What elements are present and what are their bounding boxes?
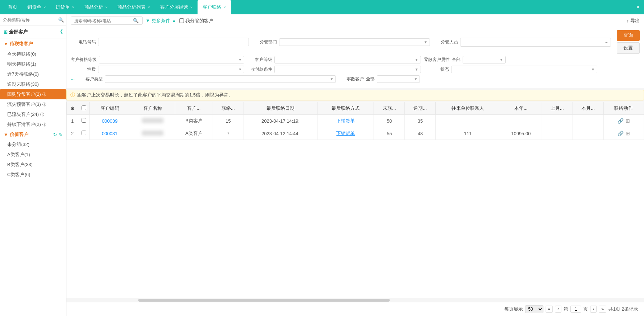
row-1-action-link-icon[interactable]: 🔗 (617, 118, 624, 124)
nature-label: 性质 (71, 66, 96, 72)
sidebar-item-today-pending[interactable]: 今天待联络(0) (0, 49, 66, 59)
nav-tab-customer-contact[interactable]: 客户联络 × (198, 0, 231, 14)
sidebar-item-repurchase-abnormal[interactable]: 回购异常客户(2) ⓘ (0, 89, 66, 99)
sidebar-search-input[interactable] (3, 18, 57, 23)
row-1-code[interactable]: 000039 (90, 115, 130, 127)
person-select[interactable]: ··· (460, 38, 611, 47)
export-button[interactable]: ↑ 导出 (627, 18, 640, 24)
close-customer-tier-tab-icon[interactable]: × (190, 5, 193, 9)
filter-cell-phone: 电话号码 (71, 38, 249, 46)
customer-table: ⚙ 客户编码 客户名称 客户... 联络... 最后联络日期 最后联络方式 未联… (66, 102, 644, 140)
status-select[interactable]: ▼ (451, 66, 597, 73)
row-2-year-amount: 10995.00 (500, 127, 542, 140)
row-2-name (130, 127, 175, 140)
sidebar-item-lost-preview[interactable]: 流失预警客户(3) ⓘ (0, 99, 66, 109)
table-row: 2 000031 A类客户 7 2023-04-12 14:44: 下销货单 5… (67, 127, 644, 140)
nav-tab-sales[interactable]: 销货单 × (22, 0, 51, 14)
sidebar-item-overdue-pending[interactable]: 逾期未联络(30) (0, 79, 66, 89)
all-customers-header: ⊞ 全部客户 《 (0, 26, 66, 38)
first-page-button[interactable]: « (546, 306, 553, 313)
nav-tab-customer-tier[interactable]: 客户分层经营 × (155, 0, 198, 14)
sidebar-collapse-button[interactable]: 《 (58, 29, 62, 35)
dept-select[interactable]: ▼ (279, 38, 430, 46)
nav-tab-product-analysis-list[interactable]: 商品分析列表 × (112, 0, 155, 14)
nav-tab-home[interactable]: 首页 (3, 0, 22, 14)
sidebar-item-continuous-drop[interactable]: 持续下滑客户(2) ⓘ (0, 119, 66, 129)
col-settings[interactable]: ⚙ (67, 102, 78, 115)
customer-level-label: 客户等级 (247, 57, 272, 63)
row-1-select[interactable] (82, 118, 86, 123)
sidebar: 🔍 ⊞ 全部客户 《 ▼ 待联络客户 今天待联络(0) 明天待联络(1) 近7天… (0, 14, 66, 316)
sidebar-item-c-class[interactable]: C类客户(6) (0, 170, 66, 180)
close-product-analysis-list-tab-icon[interactable]: × (148, 5, 150, 9)
filter-cell-retail-attr: 零散客户属性 全部 ▼ (424, 56, 597, 63)
close-sales-tab-icon[interactable]: × (43, 5, 46, 9)
content-area: 🔍 ▼ 更多条件 ▲ 我分管的客户 ↑ 导出 电话号码 (66, 14, 644, 316)
close-customer-contact-tab-icon[interactable]: × (223, 5, 226, 9)
close-product-analysis-tab-icon[interactable]: × (105, 5, 107, 9)
table-row: 1 000039 B类客户 15 2023-04-17 14:19: 下销货单 … (67, 115, 644, 127)
pending-group-title: ▼ 待联络客户 (0, 38, 66, 49)
query-button[interactable]: 查询 (617, 30, 640, 41)
sidebar-item-already-lost[interactable]: 已流失客户(24) ⓘ (0, 109, 66, 119)
settings-button[interactable]: 设置 (617, 42, 640, 54)
more-dots-icon[interactable]: ··· (71, 76, 75, 82)
col-unlisted: 未联... (374, 102, 405, 115)
filter-cell-customer-type: 客户类型 ▼ (78, 75, 336, 83)
horizontal-scrollbar[interactable] (66, 298, 644, 302)
payment-select[interactable]: ▼ (274, 66, 421, 73)
sidebar-item-b-class[interactable]: B类客户(33) (0, 160, 66, 170)
value-customer-group-header: ▼ 价值客户 ↻ ✎ (0, 129, 66, 140)
dept-label: 分管部门 (252, 39, 277, 45)
edit-icon[interactable]: ✎ (59, 132, 62, 137)
phone-input[interactable] (98, 38, 249, 46)
price-level-select[interactable]: ▼ (99, 56, 244, 63)
page-size-select[interactable]: 50 100 200 (525, 305, 543, 313)
page-number-input[interactable] (570, 306, 581, 313)
filter-row-4: ··· 客户类型 ▼ 零散客户 全部 ▼ (71, 75, 640, 83)
customer-type-select[interactable]: ▼ (105, 75, 336, 83)
filter-cell-nature: 性质 ▼ (71, 66, 244, 73)
row-2-select[interactable] (82, 131, 86, 135)
close-purchase-tab-icon[interactable]: × (72, 5, 74, 9)
query-button-group: 查询 设置 (617, 30, 640, 54)
price-level-label: 客户价格等级 (71, 57, 97, 63)
row-2-action-link-icon[interactable]: 🔗 (617, 131, 624, 136)
filter-cell-person: 分管人员 ··· (433, 38, 611, 47)
sidebar-search-icon[interactable]: 🔍 (58, 17, 64, 23)
select-all-checkbox[interactable] (82, 105, 86, 110)
nav-tab-purchase[interactable]: 进货单 × (51, 0, 79, 14)
row-1-company-contact (436, 115, 500, 127)
top-navigation: 首页 销货单 × 进货单 × 商品分析 × 商品分析列表 × 客户分层经营 × … (0, 0, 644, 14)
row-2-last-month (542, 127, 573, 140)
more-conditions-button[interactable]: ▼ 更多条件 ▲ (145, 18, 176, 24)
refresh-icon[interactable]: ↻ (53, 132, 57, 137)
retail-customer-select[interactable]: ▼ (377, 75, 420, 83)
person-label: 分管人员 (433, 39, 458, 45)
sidebar-item-7days-pending[interactable]: 近7天待联络(0) (0, 69, 66, 79)
nav-tab-product-analysis[interactable]: 商品分析 × (79, 0, 112, 14)
scroll-thumb[interactable] (138, 299, 390, 302)
row-1-action-grid-icon[interactable]: ⊞ (626, 118, 630, 124)
my-customers-checkbox-label[interactable]: 我分管的客户 (179, 18, 213, 24)
search-bar: 🔍 (71, 16, 143, 25)
my-customers-checkbox[interactable] (179, 18, 184, 23)
sidebar-item-tomorrow-pending[interactable]: 明天待联络(1) (0, 59, 66, 69)
row-2-code[interactable]: 000031 (90, 127, 130, 140)
row-2-action-grid-icon[interactable]: ⊞ (626, 131, 630, 136)
prev-page-button[interactable]: ‹ (555, 306, 561, 313)
next-page-button[interactable]: › (590, 306, 597, 313)
window-close-button[interactable]: × (636, 4, 640, 10)
retail-attr-select[interactable]: ▼ (463, 56, 506, 63)
nature-select[interactable]: ▼ (98, 66, 244, 73)
last-page-button[interactable]: » (599, 306, 606, 313)
sidebar-item-a-class[interactable]: A类客户(1) (0, 150, 66, 160)
row-1-last-month (542, 115, 573, 127)
filter-cell-price-level: 客户价格等级 ▼ (71, 56, 244, 63)
sidebar-item-ungroup[interactable]: 未分组(32) (0, 140, 66, 150)
search-icon[interactable]: 🔍 (133, 18, 139, 23)
status-label: 状态 (424, 66, 449, 72)
search-input[interactable] (74, 18, 131, 23)
col-company-contact: 往来单位联系人 (436, 102, 500, 115)
customer-level-select[interactable]: ▼ (274, 56, 421, 63)
